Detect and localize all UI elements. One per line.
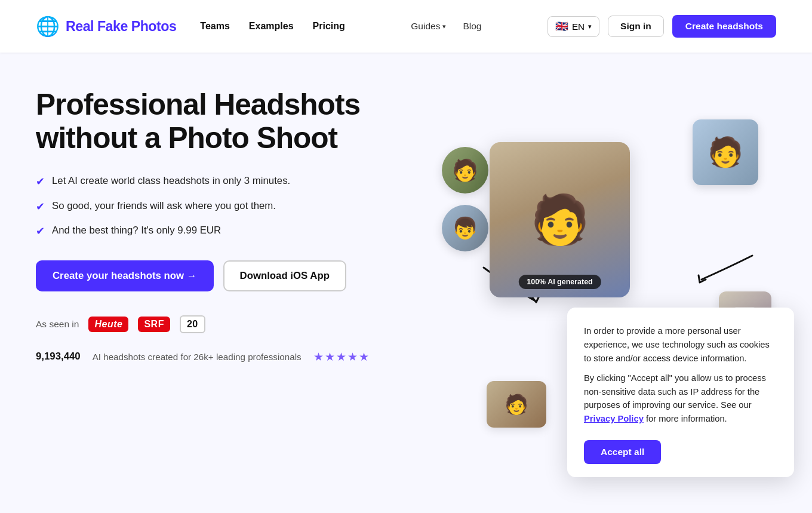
hero-left: Professional Headshots without a Photo S… [36, 88, 388, 364]
feature-item-2: ✔ So good, your friends will ask where y… [36, 199, 388, 214]
navbar: 🌐 Real Fake Photos Teams Examples Pricin… [0, 0, 812, 53]
stats-number: 9,193,440 [36, 351, 81, 363]
media-badge-20: 20 [180, 315, 205, 333]
chevron-down-icon: ▾ [588, 23, 592, 30]
ai-badge: 100% AI generated [518, 275, 601, 289]
download-ios-button[interactable]: Download iOS App [223, 260, 346, 291]
media-badge-srf: SRF [138, 317, 170, 332]
thumbnail-2: 👦 [442, 205, 488, 251]
language-selector[interactable]: 🇬🇧 EN ▾ [548, 16, 599, 37]
logo-text: Real Fake Photos [66, 19, 176, 35]
accept-all-button[interactable]: Accept all [584, 440, 661, 464]
nav-link-blog[interactable]: Blog [463, 21, 481, 32]
thumbnail-3: 🧑 [487, 381, 546, 428]
logo-link[interactable]: 🌐 Real Fake Photos [36, 15, 176, 38]
feature-item-1: ✔ Let AI create world class headshots in… [36, 174, 388, 189]
cookie-text-3: for more information. [646, 414, 727, 423]
cookie-text-1: In order to provide a more personal user… [584, 326, 770, 363]
photo-main: 🧑 100% AI generated [490, 142, 630, 297]
feature-item-3: ✔ And the best thing? It's only 9.99 EUR [36, 223, 388, 239]
nav-link-examples[interactable]: Examples [249, 21, 294, 32]
nav-link-guides[interactable]: Guides ▾ [411, 21, 446, 32]
chevron-down-icon: ▾ [442, 23, 446, 30]
check-icon: ✔ [36, 174, 45, 189]
nav-link-teams[interactable]: Teams [200, 21, 230, 32]
cookie-banner: In order to provide a more personal user… [567, 308, 794, 477]
logo-icon: 🌐 [36, 15, 60, 38]
media-badge-heute: Heute [88, 317, 128, 332]
privacy-policy-link[interactable]: Privacy Policy [584, 414, 644, 423]
cookie-text-2: By clicking "Accept all" you allow us to… [584, 373, 766, 410]
check-icon: ✔ [36, 224, 45, 239]
star-rating: ★★★★★ [313, 350, 370, 364]
flag-icon: 🇬🇧 [555, 20, 568, 33]
sign-in-button[interactable]: Sign in [608, 16, 664, 37]
hero-title: Professional Headshots without a Photo S… [36, 88, 388, 155]
stats-text: AI headshots created for 26k+ leading pr… [93, 352, 302, 362]
as-seen-label: As seen in [36, 319, 79, 330]
create-headshots-hero-button[interactable]: Create your headshots now → [36, 260, 214, 291]
create-headshots-nav-button[interactable]: Create headshots [672, 15, 776, 38]
check-icon: ✔ [36, 199, 45, 214]
thumbnail-1: 🧑 [442, 147, 488, 193]
lang-label: EN [572, 21, 585, 32]
photo-top-right: 🧑 [693, 119, 758, 185]
nav-link-pricing[interactable]: Pricing [313, 21, 345, 32]
